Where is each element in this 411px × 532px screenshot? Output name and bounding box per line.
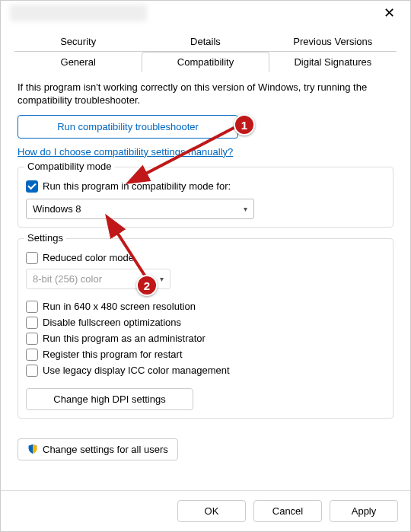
tab-previous-versions[interactable]: Previous Versions — [269, 31, 397, 52]
disable-fullscreen-checkbox[interactable] — [26, 317, 38, 329]
register-restart-row[interactable]: Register this program for restart — [26, 349, 385, 361]
compat-mode-select[interactable]: Windows 8 ▾ — [26, 199, 254, 219]
compat-mode-checkbox-label: Run this program in compatibility mode f… — [43, 180, 231, 192]
run-compatibility-troubleshooter-button[interactable]: Run compatibility troubleshooter — [18, 115, 238, 139]
all-users-row: Change settings for all users — [1, 434, 410, 464]
tab-general[interactable]: General — [14, 52, 142, 72]
tab-compatibility[interactable]: Compatibility — [142, 52, 269, 72]
tab-panel-compatibility: If this program isn't working correctly … — [1, 72, 410, 434]
legacy-icc-row[interactable]: Use legacy display ICC color management — [26, 365, 385, 377]
settings-group-title: Settings — [24, 232, 66, 244]
disable-fullscreen-label: Disable fullscreen optimizations — [43, 317, 181, 328]
tab-row-2: General Compatibility Digital Signatures — [14, 51, 397, 72]
compatibility-mode-title: Compatibility mode — [24, 161, 115, 172]
tab-details[interactable]: Details — [142, 31, 269, 52]
intro-text: If this program isn't working correctly … — [18, 81, 393, 107]
change-high-dpi-button[interactable]: Change high DPI settings — [26, 388, 193, 410]
tab-row-1: Security Details Previous Versions — [14, 31, 397, 52]
register-restart-label: Register this program for restart — [43, 349, 183, 360]
run-as-admin-label: Run this program as an administrator — [43, 333, 206, 344]
title-bar: ✕ — [1, 1, 410, 25]
tab-strip: Security Details Previous Versions Gener… — [14, 31, 397, 72]
change-settings-all-users-button[interactable]: Change settings for all users — [18, 438, 178, 460]
run-as-admin-checkbox[interactable] — [26, 333, 38, 345]
run-640x480-checkbox[interactable] — [26, 301, 38, 313]
run-640x480-label: Run in 640 x 480 screen resolution — [43, 301, 196, 312]
manual-settings-link[interactable]: How do I choose compatibility settings m… — [18, 146, 233, 158]
uac-shield-icon — [27, 444, 38, 454]
run-640x480-row[interactable]: Run in 640 x 480 screen resolution — [26, 301, 385, 313]
color-depth-value: 8-bit (256) color — [33, 273, 102, 285]
cancel-button[interactable]: Cancel — [253, 500, 322, 522]
register-restart-checkbox[interactable] — [26, 349, 38, 361]
compatibility-mode-group: Compatibility mode Run this program in c… — [18, 167, 393, 228]
compat-mode-checkbox[interactable] — [26, 180, 38, 193]
apply-button[interactable]: Apply — [330, 500, 398, 522]
settings-group: Settings Reduced color mode 8-bit (256) … — [18, 238, 393, 419]
tab-digital-signatures[interactable]: Digital Signatures — [269, 52, 397, 72]
window-title-blurred — [10, 5, 147, 21]
reduced-color-label: Reduced color mode — [43, 252, 134, 263]
run-as-admin-row[interactable]: Run this program as an administrator — [26, 333, 385, 345]
legacy-icc-label: Use legacy display ICC color management — [43, 365, 230, 376]
close-button[interactable]: ✕ — [374, 2, 404, 24]
tab-security[interactable]: Security — [14, 31, 142, 52]
chevron-down-icon: ▾ — [244, 205, 247, 213]
change-settings-all-users-label: Change settings for all users — [43, 444, 168, 455]
color-depth-select[interactable]: 8-bit (256) color ▾ — [26, 269, 170, 289]
dialog-footer: OK Cancel Apply — [1, 490, 410, 531]
disable-fullscreen-row[interactable]: Disable fullscreen optimizations — [26, 317, 385, 329]
chevron-down-icon: ▾ — [160, 275, 164, 283]
compat-mode-checkbox-row[interactable]: Run this program in compatibility mode f… — [26, 180, 385, 193]
reduced-color-checkbox[interactable] — [26, 252, 38, 264]
reduced-color-row[interactable]: Reduced color mode — [26, 252, 385, 264]
legacy-icc-checkbox[interactable] — [26, 365, 38, 377]
ok-button[interactable]: OK — [177, 500, 246, 522]
compat-mode-select-value: Windows 8 — [33, 203, 81, 215]
close-icon: ✕ — [384, 5, 395, 21]
